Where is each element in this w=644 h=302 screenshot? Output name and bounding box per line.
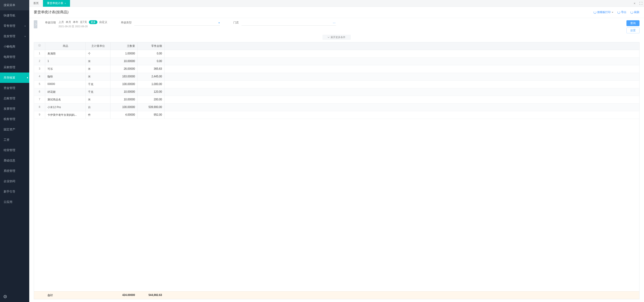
- cell-unit: 米: [86, 73, 110, 80]
- sidebar-item-2[interactable]: 零售管理▾: [0, 21, 29, 31]
- chevron-right-icon: [34, 23, 36, 26]
- sidebar-item-label: 企业协同: [4, 179, 15, 183]
- sidebar-item-7[interactable]: 库存核算: [0, 73, 29, 83]
- cell-amount[interactable]: 0.00: [138, 50, 164, 58]
- cell-amount[interactable]: 539,900.00: [138, 104, 164, 111]
- cell-qty[interactable]: 163.00000: [110, 73, 138, 80]
- footer-label: 合计: [45, 292, 86, 299]
- cell-amount[interactable]: 2,445.00: [138, 73, 164, 80]
- cell-rest: [164, 88, 639, 96]
- sidebar-item-label: 搜索菜单: [4, 3, 15, 7]
- tab-close-all[interactable]: ×: [632, 1, 637, 6]
- sidebar-item-11[interactable]: 税务管理: [0, 114, 29, 124]
- cell-qty[interactable]: 10.00000: [110, 58, 138, 65]
- sidebar-item-1[interactable]: 快捷导航: [0, 10, 29, 21]
- expand-more-button[interactable]: 展开更多条件: [322, 35, 351, 40]
- table-row[interactable]: 8小米12 Pro台100.00000539,900.00: [34, 104, 639, 111]
- cell-rest: [164, 111, 639, 119]
- export-icon: [618, 11, 620, 14]
- sidebar-item-8[interactable]: 资金管理: [0, 83, 29, 93]
- cell-rest: [164, 58, 639, 65]
- col-qty[interactable]: 主数量: [110, 42, 138, 50]
- table-row[interactable]: 3可乐米26.00000365.63: [34, 65, 639, 73]
- cell-product: 00000: [45, 81, 86, 88]
- tab-bar: 首页要货单统计表× × ⛶: [29, 0, 644, 7]
- tab-1[interactable]: 要货单统计表×: [43, 0, 70, 7]
- query-button[interactable]: 查询: [626, 20, 640, 26]
- chevron-down-icon: ▾: [24, 25, 26, 27]
- table-header: 商品 主计量单位 主数量 零售金额: [34, 42, 639, 50]
- shortcut-last7[interactable]: 近7天: [80, 20, 87, 24]
- sidebar-item-10[interactable]: 发票管理: [0, 104, 29, 114]
- cell-qty[interactable]: 1.00000: [110, 50, 138, 58]
- sidebar-item-4[interactable]: 小畅电商: [0, 42, 29, 52]
- cell-qty[interactable]: 100.00000: [110, 81, 138, 88]
- cell-amount[interactable]: 365.63: [138, 65, 164, 73]
- table-row[interactable]: 1奥满陪个1.000000.00: [34, 50, 639, 58]
- sidebar-item-label: 批发管理: [4, 34, 15, 38]
- cell-idx: 6: [34, 88, 45, 96]
- filter-type-select[interactable]: ▾: [134, 20, 220, 26]
- refresh-icon: [630, 11, 633, 14]
- print-button[interactable]: 按模板打印: [594, 10, 614, 14]
- sidebar-item-15[interactable]: 基础信息: [0, 155, 29, 166]
- cell-amount[interactable]: 952.00: [138, 111, 164, 119]
- cell-idx: 2: [34, 58, 45, 65]
- sidebar-item-19[interactable]: 云应用: [0, 197, 29, 207]
- setting-button[interactable]: 设置: [626, 28, 640, 33]
- table-row[interactable]: 21米10.000000.00: [34, 58, 639, 65]
- table-row[interactable]: 9卡伊美中老年女装妈妈...件4.00000952.00: [34, 111, 639, 119]
- export-button[interactable]: 导出: [618, 10, 626, 14]
- filter-store-select[interactable]: ⋯: [242, 20, 336, 26]
- cell-qty[interactable]: 4.00000: [110, 111, 138, 119]
- cell-idx: 3: [34, 65, 45, 73]
- tab-0[interactable]: 首页: [29, 0, 43, 7]
- gear-icon: [4, 295, 7, 298]
- col-product[interactable]: 商品: [45, 42, 86, 50]
- cell-qty[interactable]: 10.00000: [110, 88, 138, 96]
- filter-store: 门店 ⋯: [233, 20, 336, 26]
- print-icon: [594, 11, 596, 14]
- footer-qty: 424.00000: [110, 292, 138, 299]
- sidebar-item-12[interactable]: 固定资产: [0, 124, 29, 135]
- cell-idx: 1: [34, 50, 45, 58]
- cell-amount[interactable]: 200.00: [138, 96, 164, 103]
- cell-qty[interactable]: 26.00000: [110, 65, 138, 73]
- cell-qty[interactable]: 10.00000: [110, 96, 138, 103]
- col-amount[interactable]: 零售金额: [138, 42, 164, 50]
- table-row[interactable]: 500000千克100.000001,000.00: [34, 81, 639, 88]
- column-settings[interactable]: [34, 42, 45, 50]
- sidebar-item-label: 固定资产: [4, 127, 15, 132]
- sidebar-item-5[interactable]: 电商管理: [0, 52, 29, 62]
- cell-amount[interactable]: 0.00: [138, 58, 164, 65]
- sidebar-item-13[interactable]: 工资: [0, 135, 29, 145]
- sidebar-settings[interactable]: [0, 292, 29, 302]
- refresh-button[interactable]: 刷新: [630, 10, 640, 14]
- sidebar-item-6[interactable]: 采购管理: [0, 62, 29, 73]
- table-footer: 合计 424.00000 544,982.63: [34, 291, 639, 299]
- cell-amount[interactable]: 1,000.00: [138, 81, 164, 88]
- sidebar-item-16[interactable]: 系统管理: [0, 166, 29, 176]
- date-range-display: 2021-09-20 至 2022-09-20: [58, 25, 107, 28]
- col-unit[interactable]: 主计量单位: [86, 42, 110, 50]
- cell-amount[interactable]: 120.00: [138, 88, 164, 96]
- shortcut-custom[interactable]: 自定义: [99, 20, 107, 24]
- table-row[interactable]: 6碎花裙千克10.00000120.00: [34, 88, 639, 96]
- sidebar-item-3[interactable]: 批发管理▾: [0, 31, 29, 42]
- shortcut-more[interactable]: 更多: [89, 20, 98, 24]
- close-icon[interactable]: ×: [64, 2, 66, 5]
- sidebar-item-9[interactable]: 总账管理: [0, 93, 29, 104]
- cell-product: 碎花裙: [45, 88, 86, 96]
- sidebar-item-14[interactable]: 经营管理: [0, 145, 29, 155]
- sidebar-item-0[interactable]: 搜索菜单: [0, 0, 29, 10]
- shortcut-prev-month[interactable]: 上月: [58, 20, 64, 24]
- cell-qty[interactable]: 100.00000: [110, 104, 138, 111]
- shortcut-this-month[interactable]: 本月: [66, 20, 71, 24]
- table-row[interactable]: 4咖啡米163.000002,445.00: [34, 73, 639, 81]
- sidebar-item-18[interactable]: 新手引导: [0, 186, 29, 197]
- sidebar-item-17[interactable]: 企业协同: [0, 176, 29, 186]
- filter-collapse-handle[interactable]: [34, 20, 37, 28]
- shortcut-this-year[interactable]: 本年: [73, 20, 78, 24]
- table-row[interactable]: 7测试商品名米10.00000200.00: [34, 96, 639, 104]
- tab-fullscreen[interactable]: ⛶: [638, 1, 643, 6]
